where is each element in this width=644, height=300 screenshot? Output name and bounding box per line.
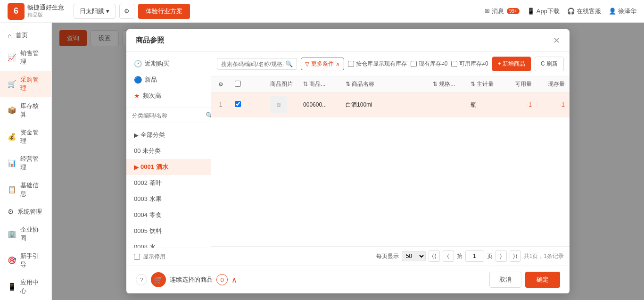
settings-gear-button[interactable]: ⚙ xyxy=(119,4,134,19)
cart-label: 连续选择的商品 xyxy=(170,275,213,284)
frequent-tab[interactable]: ★ 频次高 xyxy=(126,88,211,104)
finance-icon: 💰 xyxy=(8,133,17,141)
recent-purchase-tab[interactable]: 🕐 近期购买 xyxy=(126,56,211,72)
category-search-input[interactable] xyxy=(132,112,203,119)
category-item-water[interactable]: 0008 水 xyxy=(126,239,211,248)
modal-overlay: 商品参照 ✕ 🕐 近期购买 🔵 xyxy=(52,23,644,300)
row-name-cell: 白酒100ml xyxy=(341,92,428,117)
refresh-button[interactable]: C 刷新 xyxy=(535,57,564,71)
category-item-beverage[interactable]: 0005 饮料 xyxy=(126,223,211,239)
company-name: 日太阳膜 xyxy=(80,7,104,16)
col-name-label: 商品名称 xyxy=(352,81,374,87)
sidebar-item-system[interactable]: ⚙ 系统管理 xyxy=(0,203,51,221)
sidebar-item-sales[interactable]: 📈 销售管理 xyxy=(0,44,51,71)
page-size-select[interactable]: 50 20 100 xyxy=(402,251,426,261)
gear-settings-icon[interactable]: ⚙ xyxy=(218,81,223,88)
sidebar-item-home[interactable]: ⌂ 首页 xyxy=(0,26,51,44)
category-item-all[interactable]: ▶ 全部分类 xyxy=(126,127,211,143)
confirm-button[interactable]: 确定 xyxy=(525,272,560,288)
stock-checkbox[interactable] xyxy=(411,61,417,67)
category-item-tea[interactable]: 0002 茶叶 xyxy=(126,175,211,191)
first-page-button[interactable]: ⟨⟨ xyxy=(429,250,440,262)
product-search-input[interactable] xyxy=(221,61,283,67)
stock-filter[interactable]: 现有库存≠0 xyxy=(411,60,447,68)
category-item-liquor[interactable]: ▶ 0001 酒水 xyxy=(126,159,211,175)
sidebar-item-enterprise[interactable]: 🏢 企业协同 xyxy=(0,221,51,247)
col-spec[interactable]: ⇅ 规格... xyxy=(428,76,466,92)
user-menu[interactable]: 👤 徐泽华 xyxy=(609,7,636,16)
trial-button[interactable]: 体验行业方案 xyxy=(138,4,190,19)
col-img[interactable]: 商品图片 xyxy=(265,76,298,92)
category-search-icon[interactable]: 🔍 xyxy=(206,112,211,119)
page-number-input[interactable] xyxy=(465,250,484,262)
sidebar-item-operation[interactable]: 📊 经营管理 xyxy=(0,150,51,176)
row-checkbox[interactable] xyxy=(235,101,241,107)
search-icon[interactable]: 🔍 xyxy=(285,60,293,67)
sidebar-item-app[interactable]: 📱 应用中心 xyxy=(0,274,51,300)
help-button[interactable]: ? xyxy=(136,274,147,285)
gear-icon: ⚙ xyxy=(124,8,130,15)
avail-checkbox[interactable] xyxy=(451,61,457,67)
category-item-fruit[interactable]: 0003 水果 xyxy=(126,191,211,207)
select-all-checkbox[interactable] xyxy=(235,81,241,87)
sidebar-item-inventory[interactable]: 📦 库存核算 xyxy=(0,97,51,124)
row-checkbox-cell[interactable] xyxy=(230,92,265,117)
sidebar-item-label: 经营管理 xyxy=(20,155,44,172)
show-disabled-toggle[interactable]: 显示停用 xyxy=(134,253,203,261)
product-thumbnail: 🖼 xyxy=(270,96,287,113)
content-toolbar: 🔍 ▽ 更多条件 ∧ 按仓库显示现有库存 xyxy=(211,52,570,76)
online-service-button[interactable]: 🎧 在线客服 xyxy=(567,7,601,16)
product-search-box[interactable]: 🔍 xyxy=(217,58,297,70)
company-dropdown[interactable]: 日太阳膜 ▾ xyxy=(74,4,116,19)
col-code-label: 商品... xyxy=(309,81,325,87)
warehouse-checkbox[interactable] xyxy=(348,61,354,67)
total-info: 共1页，1条记录 xyxy=(524,252,564,260)
col-avail[interactable]: 可用量 xyxy=(499,76,537,92)
new-product-tab[interactable]: 🔵 新品 xyxy=(126,72,211,88)
sidebar-item-finance[interactable]: 💰 资金管理 xyxy=(0,124,51,150)
col-name[interactable]: ⇅ 商品名称 xyxy=(341,76,428,92)
dropdown-arrow-icon: ▾ xyxy=(106,8,109,15)
sidebar-item-label: 采购管理 xyxy=(20,75,44,92)
app-download-button[interactable]: 📱 App下载 xyxy=(527,7,560,16)
avail-filter[interactable]: 可用库存≠0 xyxy=(451,60,488,68)
sidebar-item-purchase[interactable]: 🛒 采购管理 xyxy=(0,71,51,97)
cart-collapse-button[interactable]: ∧ xyxy=(231,275,237,284)
category-list: ▶ 全部分类 00 未分类 ▶ 0001 酒水 0002 茶 xyxy=(126,123,211,248)
operation-icon: 📊 xyxy=(8,159,17,167)
warehouse-filter[interactable]: 按仓库显示现有库存 xyxy=(348,60,407,68)
product-table-container: ⚙ 商品图片 xyxy=(211,76,570,246)
username: 徐泽华 xyxy=(618,7,636,16)
col-unit[interactable]: ⇅ 主计量 xyxy=(466,76,499,92)
next-page-button[interactable]: ⟩ xyxy=(495,250,507,262)
last-page-button[interactable]: ⟩⟩ xyxy=(510,250,521,262)
category-label: 00 未分类 xyxy=(134,147,161,155)
row-stock-cell: -1 xyxy=(537,92,570,117)
sidebar-item-basic[interactable]: 📋 基础信息 xyxy=(0,176,51,203)
table-row[interactable]: 1 🖼 xyxy=(211,92,570,117)
sort-icon: ⇅ xyxy=(433,81,438,87)
prev-page-button[interactable]: ⟨ xyxy=(443,250,454,262)
logo-area: 6 畅捷通好生意 精品版 xyxy=(8,3,64,20)
category-item-uncategorized[interactable]: 00 未分类 xyxy=(126,143,211,159)
col-code[interactable]: ⇅ 商品... xyxy=(298,76,341,92)
sidebar-item-label: 基础信息 xyxy=(20,181,44,198)
enterprise-icon: 🏢 xyxy=(8,230,17,238)
messages-button[interactable]: ✉ 消息 99+ xyxy=(485,7,520,16)
category-label: 0003 水果 xyxy=(134,195,162,203)
category-search: 🔍 xyxy=(126,108,211,123)
sort-icon: ⇅ xyxy=(303,81,308,87)
row-number: 1 xyxy=(211,92,230,117)
filter-more-button[interactable]: ▽ 更多条件 ∧ xyxy=(301,58,344,70)
frequent-tab-label: 频次高 xyxy=(143,92,161,100)
modal-close-button[interactable]: ✕ xyxy=(553,36,560,45)
purchase-icon: 🛒 xyxy=(8,80,17,88)
add-product-button[interactable]: + 新增商品 xyxy=(492,57,531,71)
sidebar-item-guide[interactable]: 🎯 新手引导 xyxy=(0,247,51,274)
category-item-snack[interactable]: 0004 零食 xyxy=(126,207,211,223)
warehouse-label: 按仓库显示现有库存 xyxy=(356,60,407,68)
cancel-button[interactable]: 取消 xyxy=(489,272,521,288)
show-disabled-checkbox[interactable] xyxy=(134,254,140,260)
col-stock-label: 现存量 xyxy=(548,81,565,87)
col-stock[interactable]: 现存量 xyxy=(537,76,570,92)
